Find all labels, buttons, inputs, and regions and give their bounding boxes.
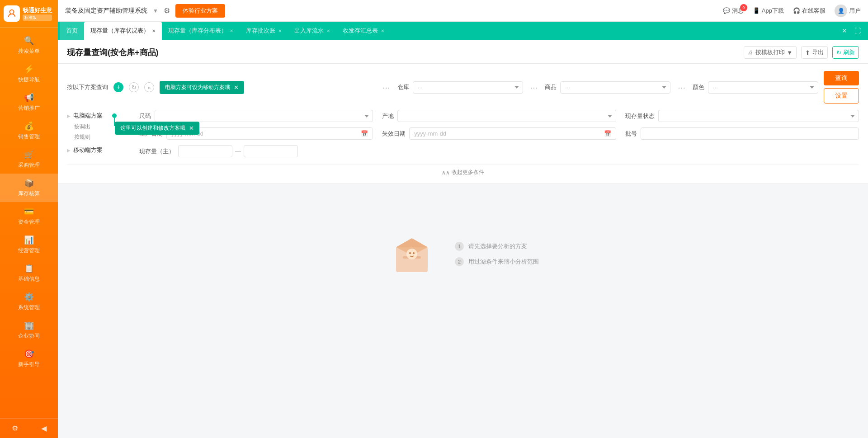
- sidebar-item-label: 快捷导航: [18, 76, 40, 84]
- tab-inout-flow-close-icon[interactable]: ✕: [326, 28, 330, 33]
- stock-status-input[interactable]: [658, 110, 859, 122]
- scheme-tree-item-desktop[interactable]: ▶ 电脑端方案: [67, 110, 130, 122]
- color-field-group: 颜色 ···: [693, 81, 818, 94]
- refresh-button[interactable]: ↻ 刷新: [832, 46, 859, 59]
- collapse-sidebar-icon[interactable]: ◀: [41, 424, 47, 433]
- origin-input[interactable]: [397, 110, 616, 122]
- sidebar-item-inventory[interactable]: 📦 库存核算: [0, 174, 58, 202]
- query-button[interactable]: 查询: [824, 71, 859, 85]
- sidebar-item-sales[interactable]: 💰 销售管理: [0, 117, 58, 145]
- tab-batch-account[interactable]: 库存批次账 ✕: [240, 22, 288, 40]
- user-item[interactable]: 👤 用户: [835, 5, 861, 17]
- export-button[interactable]: ⬆ 导出: [801, 46, 828, 59]
- solution-button[interactable]: 体验行业方案: [175, 4, 225, 18]
- scheme-tree-panel: ▶ 电脑端方案 按调出 按规则 ▶ 移动端方案: [67, 110, 130, 161]
- tab-inventory-dist[interactable]: 现存量（库存分布表） ✕: [162, 22, 240, 40]
- sidebar-item-enterprise[interactable]: 🏢 企业协同: [0, 316, 58, 344]
- tabbar-actions: ✕ ⛶: [840, 25, 866, 36]
- settings-bottom-icon[interactable]: ⚙: [12, 424, 18, 433]
- tab-receive-summary-close-icon[interactable]: ✕: [381, 28, 384, 33]
- app-badge: 标准版: [23, 14, 52, 21]
- field-warehouse-dots[interactable]: ···: [381, 82, 392, 93]
- size-label: 尺码: [139, 112, 151, 120]
- size-field: 尺码: [139, 110, 373, 122]
- tooltip-top-wrapper: 电脑方案可设为移动方案哦 ✕: [160, 81, 244, 94]
- step-2-text: 用过滤条件来缩小分析范围: [468, 258, 539, 266]
- sidebar-item-marketing[interactable]: 📢 营销推广: [0, 88, 58, 117]
- print-label: 按模板打印: [755, 48, 785, 57]
- tooltip-top: 电脑方案可设为移动方案哦 ✕: [160, 81, 244, 94]
- sidebar-item-finance[interactable]: 💳 资金管理: [0, 202, 58, 231]
- field-goods-dots[interactable]: ···: [528, 82, 540, 93]
- warehouse-input[interactable]: ···: [413, 81, 523, 94]
- stock-main-max-input[interactable]: [244, 145, 298, 157]
- refresh-scheme-button[interactable]: ↻: [129, 82, 139, 92]
- sidebar-item-label: 搜索菜单: [18, 47, 40, 55]
- batch-no-input[interactable]: [641, 127, 859, 140]
- system-title: 装备及固定资产辅助管理系统: [65, 7, 147, 15]
- message-item[interactable]: 💬 消息 9: [723, 7, 744, 15]
- step-1-number: 1: [455, 242, 464, 251]
- stock-status-field: 现存量状态: [625, 110, 859, 122]
- filter-fields-right: 尺码 产地 现存量状态: [130, 110, 859, 161]
- tab-inout-flow[interactable]: 出入库流水 ✕: [288, 22, 336, 40]
- sidebar-item-quicknav[interactable]: ⚡ 快捷导航: [0, 60, 58, 88]
- connector-dot-1: [112, 113, 117, 118]
- expiry-date-input[interactable]: yyyy-mm-dd 📅: [409, 127, 616, 140]
- scheme-tree-item-mobile[interactable]: ▶ 移动端方案: [67, 144, 130, 156]
- sidebar-logo: 畅通好生意 标准版: [0, 0, 58, 28]
- tab-batch-account-label: 库存批次账: [246, 27, 275, 35]
- expiry-calendar-icon: 📅: [604, 130, 611, 137]
- field-color-dots[interactable]: ···: [676, 82, 687, 93]
- expiry-date-label: 失效日期: [382, 130, 406, 138]
- topbar-settings-icon[interactable]: ⚙: [164, 6, 170, 15]
- add-scheme-button[interactable]: +: [113, 82, 123, 92]
- goods-field-group: 商品 ···: [545, 81, 670, 94]
- color-input[interactable]: ···: [708, 81, 818, 94]
- page-title: 现存量查询(按仓库+商品): [67, 47, 159, 58]
- tab-inventory-status[interactable]: 现存量（库存状况表） ✕: [84, 22, 162, 40]
- scheme-mobile-expand-icon: ▶: [67, 148, 71, 153]
- setup-button[interactable]: 设置: [824, 88, 859, 104]
- filter-row-3: 生产日期 yyyy-mm-dd 📅 失效日期 yyyy-mm-dd 📅: [139, 127, 859, 140]
- sidebar-item-operation[interactable]: 📊 经营管理: [0, 231, 58, 259]
- collapse-filter-button[interactable]: ∧∧ 收起更多条件: [67, 165, 859, 180]
- app-name: 畅通好生意: [23, 6, 52, 14]
- sidebar-item-system[interactable]: ⚙️ 系统管理: [0, 287, 58, 316]
- dropdown-arrow-icon: ▼: [153, 8, 158, 14]
- svg-point-5: [406, 249, 417, 259]
- tab-inventory-dist-close-icon[interactable]: ✕: [230, 28, 233, 33]
- prev-scheme-button[interactable]: «: [144, 82, 154, 92]
- tab-batch-account-close-icon[interactable]: ✕: [278, 28, 282, 33]
- stock-main-range: —: [178, 145, 298, 157]
- tooltip-bottom-close-icon[interactable]: ✕: [189, 125, 194, 132]
- main-area: 装备及固定资产辅助管理系统 ▼ ⚙ 体验行业方案 💬 消息 9 📱 App下载 …: [58, 0, 868, 438]
- tabbar: 首页 现存量（库存状况表） ✕ 现存量（库存分布表） ✕ 库存批次账 ✕ 出入库…: [58, 22, 868, 40]
- fullscreen-icon[interactable]: ⛶: [853, 25, 863, 36]
- online-support-item[interactable]: 🎧 在线客服: [793, 7, 826, 15]
- goods-input[interactable]: ···: [560, 81, 670, 94]
- print-template-button[interactable]: 🖨 按模板打印 ▼: [744, 46, 797, 59]
- warehouse-label: 仓库: [397, 83, 409, 91]
- sidebar-item-label: 采购管理: [18, 161, 40, 169]
- empty-illustration: [387, 229, 437, 279]
- tab-receive-summary[interactable]: 收发存汇总表 ✕: [336, 22, 391, 40]
- sidebar-item-label: 销售管理: [18, 133, 40, 141]
- online-support-label: 在线客服: [802, 7, 826, 15]
- sidebar-item-guide[interactable]: 🎯 新手引导: [0, 344, 58, 373]
- scheme-expand-icon: ▶: [67, 113, 71, 118]
- sidebar-item-search[interactable]: 🔍 搜索菜单: [0, 31, 58, 60]
- finance-icon: 💳: [24, 207, 34, 217]
- sidebar-item-label: 库存核算: [18, 190, 40, 198]
- stock-main-min-input[interactable]: [178, 145, 232, 157]
- close-all-tabs-icon[interactable]: ✕: [840, 25, 849, 36]
- tab-inventory-status-close-icon[interactable]: ✕: [152, 28, 156, 33]
- sidebar-item-label: 企业协同: [18, 332, 40, 340]
- tooltip-top-close-icon[interactable]: ✕: [234, 84, 239, 91]
- empty-steps: 1 请先选择要分析的方案 2 用过滤条件来缩小分析范围: [455, 242, 539, 266]
- tab-home[interactable]: 首页: [60, 22, 84, 40]
- sidebar-item-basic[interactable]: 📋 基础信息: [0, 259, 58, 287]
- app-download-item[interactable]: 📱 App下载: [753, 7, 784, 15]
- size-input[interactable]: [155, 110, 373, 122]
- sidebar-item-purchase[interactable]: 🛒 采购管理: [0, 145, 58, 174]
